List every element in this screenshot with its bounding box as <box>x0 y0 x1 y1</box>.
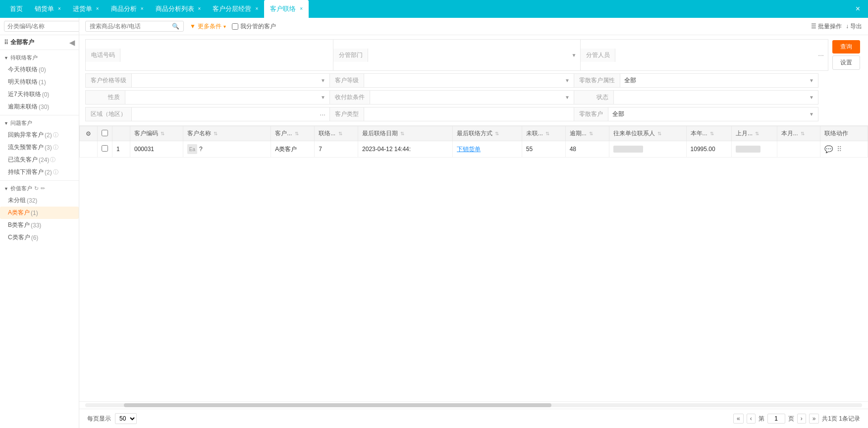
info-icon-1[interactable]: ⓘ <box>53 131 58 139</box>
info-icon-3[interactable]: ⓘ <box>50 156 55 163</box>
select-all-checkbox[interactable] <box>102 130 108 136</box>
sidebar-item-abnormal[interactable]: 回购异常客户 (2) ⓘ <box>0 129 79 141</box>
all-customers-label[interactable]: 全部客户 <box>10 38 34 47</box>
filter-label-scattered-attr: 零散客户属性 <box>574 74 620 87</box>
nav-home[interactable]: 首页 <box>4 0 29 18</box>
sidebar-collapse-icon[interactable]: ◀ <box>69 39 75 47</box>
first-page-btn[interactable]: « <box>733 414 744 424</box>
sidebar-item-declining[interactable]: 持续下滑客户 (2) ⓘ <box>0 166 79 178</box>
td-overdue: 48 <box>565 141 609 158</box>
sidebar-search-input[interactable] <box>4 21 79 32</box>
th-not-contacted[interactable]: 未联... ⇅ <box>522 126 565 141</box>
export-button[interactable]: ↓ 导出 <box>846 22 862 31</box>
filter-phone-input[interactable] <box>120 49 333 61</box>
filter-scattered-select[interactable]: 全部 ▼ <box>608 107 818 121</box>
horizontal-scrollbar[interactable] <box>79 401 868 409</box>
th-last-contact-date[interactable]: 最后联络日期 ⇅ <box>358 126 453 141</box>
sidebar-item-unsorted[interactable]: 未分组 (32) <box>0 194 79 207</box>
nav-tab-customer-contact[interactable]: 客户联络 × <box>264 0 309 18</box>
th-unit-contact[interactable]: 往来单位联系人 ⇅ <box>609 126 686 141</box>
th-this-year[interactable]: 本年... ⇅ <box>686 126 732 141</box>
export-icon: ↓ <box>846 23 849 30</box>
toolbar-right: ☰ 批量操作 ↓ 导出 <box>811 22 862 31</box>
page-input[interactable] <box>767 414 785 424</box>
filter-region-dots[interactable]: ··· <box>316 108 329 121</box>
sort-icon-this-month: ⇅ <box>801 131 805 136</box>
close-all-button[interactable]: × <box>852 4 864 13</box>
grade-arrow-icon: ▼ <box>565 78 570 83</box>
nav-tab-analysis-list[interactable]: 商品分析列表 × <box>150 0 207 18</box>
th-this-month[interactable]: 本月... ⇅ <box>777 126 820 141</box>
sidebar-item-7days[interactable]: 近7天待联络 (0) <box>0 88 79 101</box>
nav-tab-analysis[interactable]: 商品分析 × <box>105 0 150 18</box>
sort-icon-type: ⇅ <box>295 131 299 136</box>
th-name[interactable]: 客户名称 ⇅ <box>183 126 271 141</box>
search-icon[interactable]: 🔍 <box>172 23 179 30</box>
sidebar-item-lost[interactable]: 已流失客户 (24) ⓘ <box>0 154 79 166</box>
message-icon[interactable]: 💬 <box>824 145 833 153</box>
row-checkbox[interactable] <box>102 145 108 152</box>
info-icon-4[interactable]: ⓘ <box>53 168 58 176</box>
filter-label-grade: 客户等级 <box>330 74 364 87</box>
sidebar-item-tomorrow[interactable]: 明天待联络 (1) <box>0 76 79 88</box>
info-icon-2[interactable]: ⓘ <box>53 144 58 151</box>
td-index: 1 <box>112 141 130 158</box>
close-customer-mgmt-tab[interactable]: × <box>255 0 258 18</box>
th-overdue[interactable]: 逾期... ⇅ <box>565 126 609 141</box>
sidebar-item-class-c[interactable]: C类客户 (6) <box>0 231 79 244</box>
filter-grade-select[interactable]: ▼ <box>364 75 574 86</box>
sidebar-item-overdue[interactable]: 逾期未联络 (30) <box>0 101 79 113</box>
chevron-down-icon-2: ▼ <box>4 121 8 126</box>
close-sales-tab[interactable]: × <box>58 0 61 18</box>
td-last-contact-date: 2023-04-12 14:44: <box>358 141 453 158</box>
per-page-select[interactable]: 50 <box>115 413 137 424</box>
filter-label-nature: 性质 <box>86 91 125 104</box>
sort-icon-code: ⇅ <box>161 131 164 136</box>
th-settings[interactable]: ⚙ <box>80 126 98 141</box>
last-page-btn[interactable]: » <box>809 414 819 424</box>
filter-panel: 电话号码 分管部门 ▼ 分管人员 ··· 查询 设置 <box>79 35 868 126</box>
close-analysis-list-tab[interactable]: × <box>198 0 201 18</box>
th-type[interactable]: 客户... ⇅ <box>271 126 315 141</box>
th-last-contact-method[interactable]: 最后联络方式 ⇅ <box>453 126 522 141</box>
filter-scattered-attr-select[interactable]: 全部 ▼ <box>620 74 818 87</box>
th-code[interactable]: 客户编码 ⇅ <box>130 126 183 141</box>
filter-label-dept: 分管部门 <box>333 49 368 62</box>
filter-more-btn[interactable]: ▼ 更多条件 ▾ <box>190 22 226 31</box>
th-contact[interactable]: 联络... ⇅ <box>315 126 358 141</box>
group-title-value: 价值客户 <box>10 185 32 192</box>
settings-button[interactable]: 设置 <box>832 55 860 70</box>
search-input[interactable] <box>90 23 169 30</box>
close-customer-contact-tab[interactable]: × <box>300 0 303 18</box>
nav-tab-customer-management[interactable]: 客户分层经营 × <box>207 0 264 18</box>
close-purchase-tab[interactable]: × <box>96 0 99 18</box>
filter-payment-select[interactable]: ▼ <box>370 92 574 103</box>
chevron-down-icon-3: ▼ <box>4 186 8 191</box>
th-last-month[interactable]: 上月... ⇅ <box>732 126 777 141</box>
td-unit-contact <box>609 141 686 158</box>
refresh-icon[interactable]: ↻ <box>34 185 39 192</box>
my-customers-checkbox[interactable] <box>232 23 238 30</box>
sidebar-item-today[interactable]: 今天待联络 (0) <box>0 63 79 76</box>
filter-type-input[interactable] <box>364 108 574 120</box>
nav-tab-sales[interactable]: 销货单 × <box>29 0 67 18</box>
filter-price-grade-select[interactable]: ▼ <box>132 75 329 86</box>
sidebar-item-loss-warning[interactable]: 流失预警客户 (3) ⓘ <box>0 141 79 154</box>
batch-op-button[interactable]: ☰ 批量操作 <box>811 22 842 31</box>
prev-page-btn[interactable]: ‹ <box>747 414 756 424</box>
edit-icon[interactable]: ✏ <box>41 185 45 192</box>
filter-nature-select[interactable]: ▼ <box>125 92 329 103</box>
group-title-problem: 问题客户 <box>10 119 32 127</box>
sidebar-item-class-b[interactable]: B类客户 (33) <box>0 219 79 231</box>
next-page-btn[interactable]: › <box>797 414 806 424</box>
filter-status-select[interactable]: ▼ <box>614 92 818 103</box>
close-analysis-tab[interactable]: × <box>141 0 144 18</box>
contact-method-link[interactable]: 下销货单 <box>457 146 481 153</box>
nav-tab-purchase[interactable]: 进货单 × <box>67 0 105 18</box>
sidebar-item-class-a[interactable]: A类客户 (1) <box>0 207 79 219</box>
filter-dept-select[interactable]: ▼ <box>368 50 581 60</box>
customer-name-text[interactable]: ? <box>199 146 203 153</box>
query-button[interactable]: 查询 <box>832 40 860 54</box>
filter-manager-dots[interactable]: ··· <box>814 49 828 61</box>
qr-icon[interactable]: ⠿ <box>837 145 842 153</box>
